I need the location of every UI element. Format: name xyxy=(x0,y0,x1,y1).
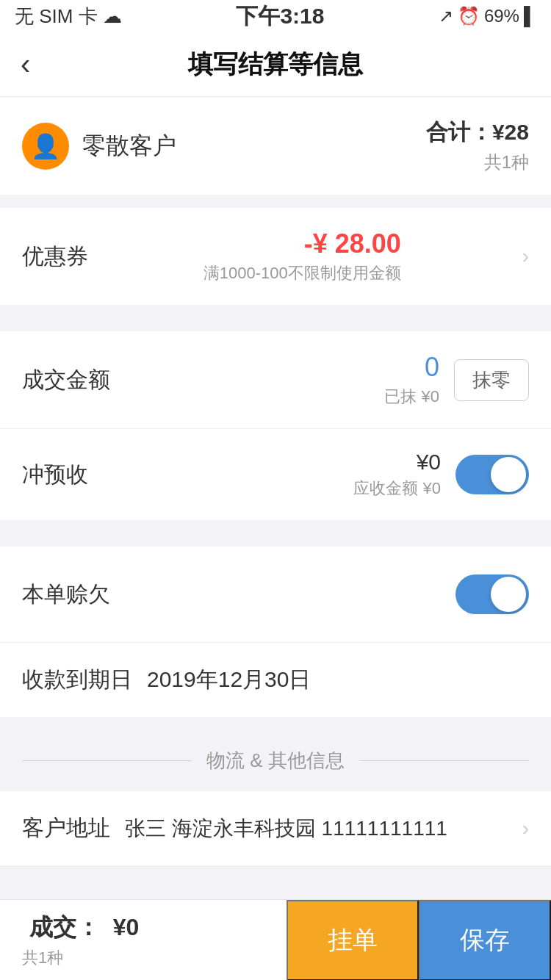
duedate-label: 收款到期日 xyxy=(22,665,132,695)
section-divider xyxy=(0,318,551,331)
advance-toggle[interactable] xyxy=(455,455,529,494)
transaction-section: 成交金额 0 已抹 ¥0 抹零 冲预收 ¥0 应收金额 ¥0 xyxy=(0,331,551,520)
page-title: 填写结算等信息 xyxy=(188,48,363,82)
amount-wrapper: 0 已抹 ¥0 xyxy=(384,352,439,408)
advance-amount: ¥0 xyxy=(353,450,441,475)
amount-row: 成交金额 0 已抹 ¥0 抹零 xyxy=(0,331,551,428)
advance-sub: 应收金额 ¥0 xyxy=(353,478,441,500)
save-button[interactable]: 保存 xyxy=(419,900,551,981)
amount-right: 0 已抹 ¥0 抹零 xyxy=(384,352,529,408)
debt-toggle[interactable] xyxy=(455,574,529,614)
status-time: 下午3:18 xyxy=(236,1,324,32)
amount-sub: 已抹 ¥0 xyxy=(384,386,439,408)
bottom-deal-label: 成交： ¥0 xyxy=(22,912,264,944)
total-amount: 合计：¥28 xyxy=(426,118,529,148)
customer-section: 👤 零散客户 合计：¥28 共1种 xyxy=(0,97,551,195)
items-count: 共1种 xyxy=(426,151,529,174)
advance-right: ¥0 应收金额 ¥0 xyxy=(353,450,529,500)
deal-text: 成交： xyxy=(29,914,100,940)
pending-button[interactable]: 挂单 xyxy=(287,900,419,981)
bottom-items-count: 共1种 xyxy=(22,947,264,969)
divider-line-left xyxy=(22,760,192,761)
battery-level: 69% xyxy=(484,6,519,26)
alarm-icon: ⏰ xyxy=(458,6,480,26)
duedate-row: 收款到期日 2019年12月30日 xyxy=(0,642,551,717)
avatar: 👤 xyxy=(22,123,69,170)
logistics-section-header: 物流 & 其他信息 xyxy=(0,730,551,791)
status-bar: 无 SIM 卡 ☁ 下午3:18 ↗ ⏰ 69% ▌ xyxy=(0,0,551,32)
amount-value[interactable]: 0 xyxy=(384,352,439,383)
advance-label: 冲预收 xyxy=(22,460,88,490)
address-label: 客户地址 xyxy=(22,813,110,843)
deal-amount: ¥0 xyxy=(113,914,140,940)
address-row[interactable]: 客户地址 张三 海淀永丰科技园 11111111111 › xyxy=(0,791,551,865)
address-section[interactable]: 客户地址 张三 海淀永丰科技园 11111111111 › xyxy=(0,791,551,865)
address-value: 张三 海淀永丰科技园 11111111111 xyxy=(125,815,522,843)
customer-total: 合计：¥28 共1种 xyxy=(426,118,529,174)
back-icon: ‹ xyxy=(21,48,30,80)
advance-values: ¥0 应收金额 ¥0 xyxy=(353,450,441,500)
divider-line-right xyxy=(359,760,529,761)
customer-name: 零散客户 xyxy=(82,130,176,162)
address-chevron-icon: › xyxy=(522,817,529,840)
coupon-value: -¥ 28.00 满1000-100不限制使用金额 xyxy=(204,228,401,284)
advance-row: 冲预收 ¥0 应收金额 ¥0 xyxy=(0,428,551,520)
back-button[interactable]: ‹ xyxy=(21,48,30,81)
chevron-right-icon: › xyxy=(522,245,529,268)
bottom-bar: 成交： ¥0 共1种 挂单 保存 xyxy=(0,899,551,980)
bottom-info: 成交： ¥0 共1种 xyxy=(0,912,287,969)
logistics-header-text: 物流 & 其他信息 xyxy=(206,748,345,774)
battery-icon: ▌ xyxy=(524,6,536,26)
status-right: ↗ ⏰ 69% ▌ xyxy=(439,6,536,26)
customer-row: 👤 零散客户 合计：¥28 共1种 xyxy=(0,97,551,195)
nav-bar: ‹ 填写结算等信息 xyxy=(0,32,551,97)
coupon-row[interactable]: 优惠券 -¥ 28.00 满1000-100不限制使用金额 › xyxy=(0,208,551,305)
sim-status: 无 SIM 卡 ☁ xyxy=(15,4,122,29)
coupon-discount: -¥ 28.00 xyxy=(204,228,401,259)
coupon-section[interactable]: 优惠券 -¥ 28.00 满1000-100不限制使用金额 › xyxy=(0,208,551,305)
round-off-button[interactable]: 抹零 xyxy=(454,359,529,401)
debt-row: 本单赊欠 xyxy=(0,547,551,642)
avatar-icon: 👤 xyxy=(31,132,60,160)
debt-section: 本单赊欠 收款到期日 2019年12月30日 xyxy=(0,547,551,717)
location-icon: ↗ xyxy=(439,6,453,26)
debt-label: 本单赊欠 xyxy=(22,580,110,610)
coupon-desc: 满1000-100不限制使用金额 xyxy=(204,262,401,284)
coupon-label: 优惠券 xyxy=(22,242,88,272)
section-divider-2 xyxy=(0,533,551,547)
status-left: 无 SIM 卡 ☁ xyxy=(15,4,122,29)
customer-info: 👤 零散客户 xyxy=(22,123,176,170)
amount-label: 成交金额 xyxy=(22,365,110,395)
duedate-value: 2019年12月30日 xyxy=(147,665,311,695)
